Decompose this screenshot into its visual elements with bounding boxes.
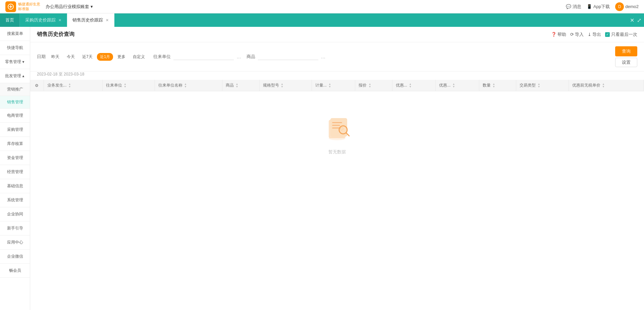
sidebar-sub-marketing: 营销推广 销售管理 — [0, 83, 30, 109]
table-container: ⚙ 业务发生... ▲▼ 往来单位 ▲▼ 往来单位名称 — [30, 80, 644, 310]
page-title-bar: 销售历史价查询 ❓ 帮助 ⟳ 导入 ⤓ 导出 ✓ — [30, 27, 644, 42]
sort-arrows-discount1: ▲▼ — [409, 83, 412, 88]
maximize-action[interactable]: ⤢ — [637, 17, 641, 23]
sidebar: 搜索菜单 快捷导航 零售管理 ▼ 批发管理 ▲ 营销推广 销售管理 — [0, 27, 30, 310]
logo-icon — [5, 1, 16, 12]
sort-arrows-pre-discount-price: ▲▼ — [602, 83, 605, 88]
sidebar-item-inventory[interactable]: 库存核算 — [0, 137, 30, 151]
page-content: 销售历史价查询 ❓ 帮助 ⟳ 导入 ⤓ 导出 ✓ — [30, 27, 644, 310]
col-quote[interactable]: 报价 ▲▼ — [355, 80, 392, 91]
sort-arrows-unit: ▲▼ — [328, 83, 331, 88]
date-btn-today[interactable]: 今天 — [64, 53, 78, 61]
message-icon: 💬 — [566, 4, 571, 9]
product-select-btn[interactable]: ... — [321, 54, 325, 60]
page-title: 销售历史价查询 — [37, 31, 74, 38]
app-download-btn[interactable]: 📱 App下载 — [587, 4, 610, 10]
import-action[interactable]: ⟳ 导入 — [570, 32, 584, 38]
table-header: ⚙ 业务发生... ▲▼ 往来单位 ▲▼ 往来单位名称 — [30, 80, 644, 91]
col-partner-name[interactable]: 往来单位名称 ▲▼ — [155, 80, 222, 91]
date-label: 日期 — [37, 54, 46, 60]
tab-sales-history-label: 销售历史价跟踪 — [72, 17, 103, 23]
tab-purchase-history-label: 采购历史价跟踪 — [25, 17, 56, 23]
export-icon: ⤓ — [588, 32, 591, 37]
settings-icon[interactable]: ⚙ — [35, 83, 39, 88]
product-input[interactable] — [258, 53, 318, 60]
sidebar-item-finance[interactable]: 资金管理 — [0, 151, 30, 165]
tab-sales-history[interactable]: 销售历史价跟踪 ✕ — [67, 13, 114, 27]
tab-purchase-history-close[interactable]: ✕ — [58, 18, 61, 22]
sidebar-item-new-guide[interactable]: 新手引导 — [0, 221, 30, 236]
sidebar-item-retail-mgmt[interactable]: 零售管理 ▼ — [0, 55, 30, 69]
filter-bar: 日期 昨天 今天 近7天 近1月 更多 自定义 往来单位 ... — [30, 42, 644, 71]
sort-arrows-spec: ▲▼ — [281, 83, 283, 88]
date-btn-yesterday[interactable]: 昨天 — [48, 53, 62, 61]
date-btn-last1m[interactable]: 近1月 — [97, 53, 113, 61]
sidebar-item-wholesale-mgmt[interactable]: 批发管理 ▲ — [0, 69, 30, 83]
sidebar-sub-item-sales-mgmt[interactable]: 销售管理 — [0, 96, 30, 109]
logo-text: 畅捷通好生意 标准版 — [18, 2, 40, 11]
date-btn-custom[interactable]: 自定义 — [130, 53, 148, 61]
sidebar-sub-item-marketing[interactable]: 营销推广 — [0, 83, 30, 96]
sort-arrows-product: ▲▼ — [236, 83, 238, 88]
sort-arrows-partner-code: ▲▼ — [124, 83, 126, 88]
tab-home[interactable]: 首页 — [0, 13, 20, 27]
col-pre-discount-price[interactable]: 优惠前无税单价 ▲▼ — [569, 80, 644, 91]
help-action[interactable]: ❓ 帮助 — [551, 32, 566, 38]
main-container: 搜索菜单 快捷导航 零售管理 ▼ 批发管理 ▲ 营销推广 销售管理 — [0, 27, 644, 310]
sidebar-item-operations[interactable]: 经营管理 — [0, 165, 30, 179]
sidebar-item-quick-nav[interactable]: 快捷导航 — [0, 41, 30, 55]
date-options: 昨天 今天 近7天 近1月 更多 自定义 — [48, 53, 148, 61]
sidebar-item-member[interactable]: 畅会员 — [0, 264, 30, 278]
app-selector[interactable]: 办公用品行业模拟账套 ▾ — [46, 4, 93, 10]
date-range-display: 2023-02-18 至 2023-03-18 — [30, 71, 644, 80]
partner-filter-group: 往来单位 ... — [153, 53, 241, 60]
date-btn-more[interactable]: 更多 — [114, 53, 128, 61]
sidebar-item-purchase[interactable]: 采购管理 — [0, 123, 30, 137]
settings-button[interactable]: 设置 — [615, 58, 637, 67]
col-product[interactable]: 商品 ▲▼ — [222, 80, 260, 91]
col-discount2[interactable]: 优惠... ▲▼ — [436, 80, 479, 91]
col-discount1[interactable]: 优惠... ▲▼ — [392, 80, 436, 91]
chevron-down-icon: ▼ — [22, 60, 25, 64]
col-biz-date[interactable]: 业务发生... ▲▼ — [44, 80, 102, 91]
export-action[interactable]: ⤓ 导出 — [588, 32, 601, 38]
col-quantity[interactable]: 数量 ▲▼ — [479, 80, 516, 91]
sidebar-item-app-center[interactable]: 应用中心 — [0, 236, 30, 250]
sort-arrows-biz-date: ▲▼ — [68, 83, 71, 88]
partner-label: 往来单位 — [153, 54, 171, 60]
sidebar-item-basic-info[interactable]: 基础信息 — [0, 179, 30, 193]
sidebar-item-enterprise-wechat[interactable]: 企业微信 — [0, 250, 30, 264]
date-btn-last7[interactable]: 近7天 — [79, 53, 96, 61]
tab-home-label: 首页 — [5, 17, 14, 23]
col-settings[interactable]: ⚙ — [30, 80, 44, 91]
sidebar-item-enterprise-collab[interactable]: 企业协同 — [0, 207, 30, 221]
tab-sales-history-close[interactable]: ✕ — [106, 18, 109, 22]
user-menu[interactable]: D demo2 — [615, 2, 639, 11]
sort-arrows-quantity: ▲▼ — [492, 83, 495, 88]
page-actions: ❓ 帮助 ⟳ 导入 ⤓ 导出 ✓ 只看最后一次 — [551, 32, 637, 38]
query-button[interactable]: 查询 — [615, 46, 637, 56]
product-label: 商品 — [247, 54, 255, 60]
close-tab-action[interactable]: ✕ — [630, 17, 634, 23]
message-btn[interactable]: 💬 消息 — [566, 4, 581, 10]
empty-text: 暂无数据 — [328, 149, 346, 155]
sidebar-item-ecommerce[interactable]: 电商管理 — [0, 109, 30, 123]
empty-icon — [320, 111, 354, 145]
col-spec[interactable]: 规格型号 ▲▼ — [259, 80, 312, 91]
top-header: 畅捷通好生意 标准版 办公用品行业模拟账套 ▾ 💬 消息 📱 App下载 D d… — [0, 0, 644, 13]
col-trade-type[interactable]: 交易类型 ▲▼ — [516, 80, 569, 91]
col-unit[interactable]: 计量... ▲▼ — [312, 80, 355, 91]
sort-arrows-partner-name: ▲▼ — [184, 83, 187, 88]
logo-area: 畅捷通好生意 标准版 — [5, 1, 40, 12]
sidebar-item-system[interactable]: 系统管理 — [0, 193, 30, 207]
sidebar-item-search-menu[interactable]: 搜索菜单 — [0, 27, 30, 41]
sort-arrows-discount2: ▲▼ — [452, 83, 455, 88]
only-last-checkbox[interactable]: ✓ 只看最后一次 — [605, 32, 637, 38]
col-partner-code[interactable]: 往来单位 ▲▼ — [102, 80, 155, 91]
tab-purchase-history[interactable]: 采购历史价跟踪 ✕ — [20, 13, 67, 27]
avatar: D — [615, 2, 624, 11]
partner-input[interactable] — [173, 53, 234, 60]
svg-rect-5 — [332, 125, 340, 126]
data-table: ⚙ 业务发生... ▲▼ 往来单位 ▲▼ 往来单位名称 — [30, 80, 644, 91]
partner-select-btn[interactable]: ... — [236, 54, 241, 60]
